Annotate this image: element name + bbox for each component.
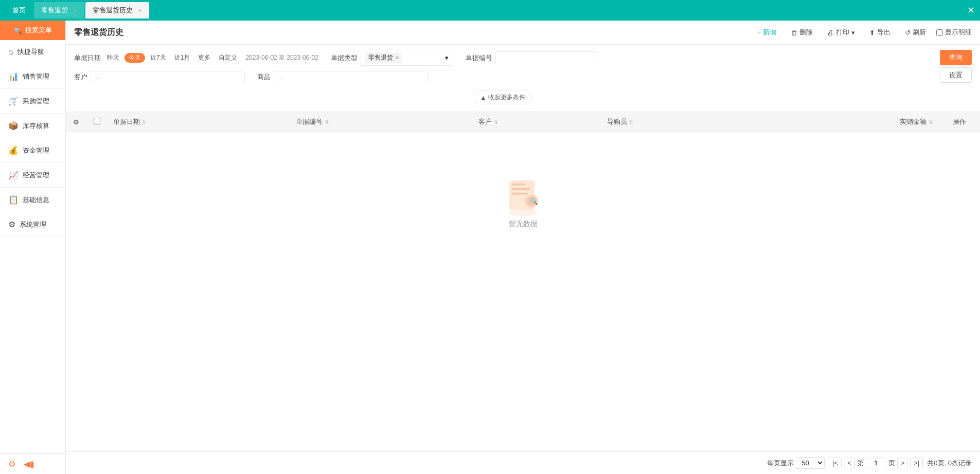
new-button[interactable]: + 新增	[753, 26, 780, 39]
inventory-icon: 📦	[8, 121, 19, 131]
sidebar-item-sales[interactable]: 📊 销售管理	[0, 64, 65, 89]
sidebar-item-basic-info[interactable]: 📋 基础信息	[0, 188, 65, 212]
collapse-button[interactable]: ▲ 收起更多条件	[474, 90, 532, 104]
sidebar-bottom: ⚙ ◀▮	[0, 453, 65, 474]
page-first-btn[interactable]: |<	[829, 458, 842, 468]
sort-date-icon[interactable]: ⇅	[142, 119, 146, 125]
delete-icon: 🗑	[791, 29, 797, 37]
refresh-button[interactable]: ↺ 刷新	[901, 26, 930, 39]
delete-button[interactable]: 🗑 删除	[787, 26, 817, 39]
per-page-label: 每页显示	[767, 459, 794, 468]
th-amount-label: 实销金额	[900, 117, 926, 126]
page-header: 零售退货历史 + 新增 🗑 删除 🖨 打印 ▾ ⬆ 导出 ↺	[66, 21, 980, 45]
empty-icon: 🔍	[500, 173, 546, 220]
tab-retail-return-label: 零售退货	[41, 6, 68, 15]
sidebar-item-inventory[interactable]: 📦 库存核算	[0, 114, 65, 138]
type-tag-close[interactable]: ✕	[395, 55, 399, 61]
filter-row-2: 客户 ... 商品 ...	[74, 71, 932, 83]
sidebar-item-quick-nav[interactable]: ⌂ 快捷导航	[0, 40, 65, 64]
sidebar-item-purchase[interactable]: 🛒 采购管理	[0, 89, 65, 114]
sidebar-item-label: 库存核算	[23, 121, 49, 131]
date-label: 单据日期	[74, 53, 101, 63]
export-button[interactable]: ⬆ 导出	[865, 26, 895, 39]
sidebar-item-management[interactable]: 📈 经营管理	[0, 163, 65, 188]
query-button[interactable]: 查询	[940, 50, 972, 65]
search-icon: 🔍	[14, 27, 22, 34]
topbar-tabs: 首页 零售退货 ✕ 零售退货历史 ✕	[5, 2, 967, 19]
sidebar-item-label: 快捷导航	[17, 47, 44, 57]
th-amount: 实销金额 ⇅	[756, 112, 939, 132]
th-guide-label: 导购员	[607, 117, 627, 126]
customer-placeholder: ...	[95, 74, 100, 81]
export-icon: ⬆	[869, 29, 875, 37]
sidebar-item-finance[interactable]: 💰 资金管理	[0, 138, 65, 163]
tab-retail-return-history-close[interactable]: ✕	[138, 8, 142, 13]
page-input[interactable]	[866, 458, 886, 468]
tab-retail-return[interactable]: 零售退货 ✕	[34, 2, 84, 19]
total-text: 共0页, 0条记录	[927, 459, 972, 468]
sidebar-item-label: 资金管理	[23, 146, 49, 155]
refresh-icon: ↺	[905, 29, 911, 37]
settings-bottom-icon[interactable]: ⚙	[8, 459, 15, 469]
empty-state: 🔍 暂无数据	[66, 132, 980, 270]
sort-guide-icon[interactable]: ⇅	[629, 119, 633, 125]
sound-bottom-icon[interactable]: ◀▮	[24, 459, 34, 469]
goods-placeholder: ...	[278, 74, 283, 81]
date-custom-btn[interactable]: 自定义	[216, 52, 240, 63]
th-no-label: 单据编号	[296, 117, 323, 126]
svg-rect-3	[511, 188, 530, 190]
tab-retail-return-history[interactable]: 零售退货历史 ✕	[85, 2, 149, 19]
th-ops: 操作	[939, 112, 980, 132]
th-date-label: 单据日期	[113, 117, 140, 126]
type-select[interactable]: 零售退货 ✕ ▾	[361, 50, 453, 66]
sidebar-item-label: 采购管理	[23, 97, 49, 106]
print-button[interactable]: 🖨 打印 ▾	[823, 26, 859, 39]
sidebar-item-system[interactable]: ⚙ 系统管理	[0, 212, 65, 237]
date-7days-btn[interactable]: 近7天	[147, 52, 169, 63]
sidebar: 🔍 搜索菜单 ⌂ 快捷导航 📊 销售管理 🛒 采购管理 📦 库存核算 💰 资金管…	[0, 21, 66, 474]
window-close-icon[interactable]: ✕	[967, 5, 975, 16]
type-tag: 零售退货 ✕	[365, 52, 402, 63]
th-customer: 客户 ⇅	[472, 112, 601, 132]
th-check	[86, 112, 107, 132]
th-ops-label: 操作	[953, 118, 966, 125]
column-settings-icon[interactable]: ⚙	[73, 118, 79, 126]
date-more-btn[interactable]: 更多	[195, 52, 213, 63]
settings-button[interactable]: 设置	[940, 67, 972, 83]
sidebar-item-label: 系统管理	[20, 220, 46, 229]
page-size-select: 每页显示 50 10 20 100	[767, 457, 825, 469]
data-table: ⚙ 单据日期 ⇅ 单据编号	[66, 112, 980, 270]
th-guide: 导购员 ⇅	[601, 112, 756, 132]
tab-retail-return-close[interactable]: ✕	[73, 8, 77, 13]
page-next-btn[interactable]: >	[897, 458, 908, 468]
goods-label: 商品	[257, 72, 271, 82]
filter-area: 单据日期 昨天 今天 近7天 近1月 更多 自定义 2023-06-02 至 2…	[66, 45, 980, 112]
docno-input[interactable]	[495, 51, 598, 64]
delete-label: 删除	[799, 28, 813, 37]
th-date: 单据日期 ⇅	[107, 112, 290, 132]
goods-select[interactable]: ...	[274, 71, 428, 83]
system-icon: ⚙	[8, 220, 15, 229]
filter-date: 单据日期 昨天 今天 近7天 近1月 更多 自定义 2023-06-02 至 2…	[74, 52, 318, 63]
refresh-label: 刷新	[913, 28, 926, 37]
date-today-btn[interactable]: 今天	[124, 53, 145, 63]
basic-info-icon: 📋	[8, 195, 19, 205]
content-area: 零售退货历史 + 新增 🗑 删除 🖨 打印 ▾ ⬆ 导出 ↺	[66, 21, 980, 474]
sort-customer-icon[interactable]: ⇅	[494, 119, 498, 125]
per-page-dropdown[interactable]: 50 10 20 100	[796, 457, 825, 469]
sidebar-search[interactable]: 🔍 搜索菜单	[0, 21, 65, 40]
date-range-group: 昨天 今天 近7天 近1月 更多 自定义	[104, 52, 240, 63]
topbar: 首页 零售退货 ✕ 零售退货历史 ✕ ✕	[0, 0, 980, 21]
sort-no-icon[interactable]: ⇅	[325, 119, 329, 125]
show-detail-checkbox[interactable]	[936, 29, 943, 36]
purchase-icon: 🛒	[8, 96, 19, 106]
tab-home[interactable]: 首页	[5, 2, 33, 19]
export-label: 导出	[877, 28, 890, 37]
date-1month-btn[interactable]: 近1月	[171, 52, 193, 63]
page-last-btn[interactable]: >|	[910, 458, 923, 468]
sort-amount-icon[interactable]: ⇅	[929, 119, 933, 125]
select-all-checkbox[interactable]	[94, 118, 100, 124]
customer-select[interactable]: ...	[91, 71, 245, 83]
page-prev-btn[interactable]: <	[844, 458, 855, 468]
date-yesterday-btn[interactable]: 昨天	[104, 52, 122, 63]
